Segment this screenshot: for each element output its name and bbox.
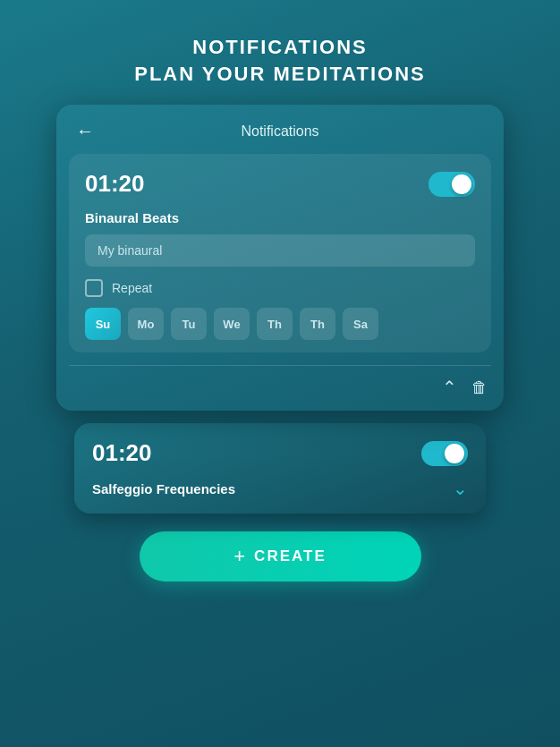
notif-description: My binaural	[85, 234, 475, 267]
notif-time: 01:20	[85, 170, 145, 198]
second-card-top: 01:20	[92, 439, 468, 467]
notif-toggle[interactable]	[428, 172, 475, 197]
main-notification-card: ← Notifications 01:20 Binaural Beats My …	[56, 105, 504, 411]
page-title: NOTIFICATIONS PLAN YOUR MEDITATIONS	[134, 34, 426, 87]
second-notification-card: 01:20 Salfeggio Frequencies ⌄	[74, 423, 486, 514]
notif-label: Binaural Beats	[85, 210, 475, 225]
day-btn-mo[interactable]: Mo	[128, 308, 164, 340]
repeat-row: Repeat	[85, 279, 475, 297]
page-header: NOTIFICATIONS PLAN YOUR MEDITATIONS	[116, 0, 444, 105]
day-btn-th2[interactable]: Th	[300, 308, 335, 340]
divider	[69, 365, 491, 366]
create-label: CREATE	[254, 548, 327, 565]
card-header: ← Notifications	[56, 105, 504, 154]
back-button[interactable]: ←	[76, 121, 94, 141]
day-btn-tu[interactable]: Tu	[171, 308, 207, 340]
day-btn-sa[interactable]: Sa	[343, 308, 378, 340]
second-notif-toggle[interactable]	[421, 441, 468, 466]
repeat-label: Repeat	[112, 281, 152, 295]
create-button[interactable]: + CREATE	[140, 531, 421, 581]
collapse-button[interactable]: ⌃	[442, 377, 457, 398]
card-title: Notifications	[241, 123, 318, 140]
category-name: Salfeggio Frequencies	[92, 481, 235, 497]
day-btn-we[interactable]: We	[214, 308, 250, 340]
second-notif-time: 01:20	[92, 439, 152, 467]
card-actions: ⌃ 🗑	[56, 369, 504, 411]
notification-item-1: 01:20 Binaural Beats My binaural Repeat …	[69, 154, 491, 352]
day-btn-su[interactable]: Su	[85, 308, 121, 340]
chevron-down-icon[interactable]: ⌄	[453, 478, 468, 499]
category-row: Salfeggio Frequencies ⌄	[92, 478, 468, 499]
notif-top-row: 01:20	[85, 170, 475, 198]
create-plus-icon: +	[233, 545, 245, 568]
days-row: Su Mo Tu We Th Th Sa	[85, 308, 475, 340]
repeat-checkbox[interactable]	[85, 279, 103, 297]
day-btn-th1[interactable]: Th	[257, 308, 293, 340]
delete-button[interactable]: 🗑	[471, 378, 488, 397]
